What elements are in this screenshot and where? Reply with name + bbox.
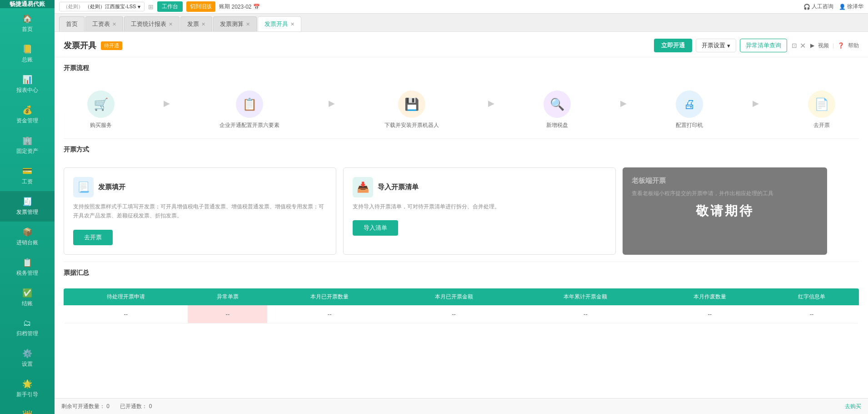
tax-icon: 📋: [22, 257, 32, 268]
bottom-info: 剩余可开通数量： 0 已开通数： 0: [61, 403, 152, 410]
workstation-button[interactable]: 工作台: [157, 1, 183, 12]
tab-invoice-calc-close[interactable]: ✕: [246, 21, 250, 27]
tab-payroll-report[interactable]: 工资统计报表 ✕: [124, 16, 180, 31]
sidebar-reports-label: 报表中心: [16, 86, 38, 94]
tab-invoice-open[interactable]: 发票开具 ✕: [258, 16, 301, 31]
sidebar-item-checkout[interactable]: ✅ 结账: [0, 283, 55, 313]
tab-invoice-open-close[interactable]: ✕: [290, 21, 294, 27]
page-title: 发票开具: [64, 40, 96, 51]
val-abnormal: --: [188, 305, 267, 323]
val-monthly-amount: --: [392, 305, 516, 323]
flow-arrow-3: ▶: [488, 98, 494, 108]
checkout-icon: ✅: [22, 288, 32, 298]
sidebar-item-invoice[interactable]: 🧾 发票管理: [0, 191, 55, 222]
flow-step-4[interactable]: 🔍 新增税盘: [544, 91, 571, 129]
open-settings-button[interactable]: 开票设置 ▾: [696, 39, 736, 52]
sidebar-item-tax[interactable]: 📋 税务管理: [0, 252, 55, 283]
company-selector[interactable]: （处则） （处则）江西服宝-LSS ▾: [59, 2, 145, 11]
settings-icon: ⚙️: [22, 348, 32, 358]
period-selector[interactable]: 账期 2023-02 📅: [219, 3, 259, 10]
topbar-left: （处则） （处则）江西服宝-LSS ▾ ⊞ 工作台 切到旧版 账期 2023-0…: [59, 1, 260, 12]
coming-soon-overlay: 敬请期待: [623, 167, 827, 255]
flow-step-6[interactable]: 📄 去开票: [808, 91, 835, 129]
flow-arrow-1: ▶: [164, 98, 170, 108]
flow-step-4-icon: 🔍: [544, 91, 571, 118]
method-manual-icon: 📃: [73, 177, 94, 197]
tab-payroll-report-close[interactable]: ✕: [169, 21, 173, 27]
sidebar-purchase-label: 进销台账: [16, 239, 38, 247]
flow-step-2[interactable]: 📋 企业开通配置开票六要素: [219, 91, 279, 129]
sidebar-item-archive[interactable]: 🗂 归档管理: [0, 313, 55, 343]
invoice-icon: 🧾: [22, 197, 32, 207]
open-settings-label: 开票设置: [702, 41, 725, 50]
tab-payroll-label: 工资表: [92, 20, 110, 28]
tab-invoice-close[interactable]: ✕: [201, 21, 205, 27]
page-header: 发票开具 待开通 立即开通 开票设置 ▾ 异常清单查询 ⊡ ✕ ▶: [55, 32, 868, 57]
sidebar-item-home[interactable]: 🏠 首页: [0, 8, 55, 39]
close-btn[interactable]: ✕: [800, 41, 806, 50]
view-video-label: 视频: [818, 42, 829, 50]
val-red-note: --: [764, 305, 859, 323]
method-manual-desc: 支持按照发票样式手工填写开发票；可开具增值税电子普通发票、增值税普通发票、增值税…: [73, 202, 327, 221]
coming-soon-text: 敬请期待: [696, 202, 754, 220]
flow-step-1[interactable]: 🛒 购买服务: [87, 91, 115, 129]
open-now-button[interactable]: 立即开通: [654, 39, 692, 52]
assets-icon: 🏢: [22, 136, 32, 146]
summary-table-row: -- -- -- -- -- -- --: [64, 305, 859, 323]
tab-payroll[interactable]: 工资表 ✕: [85, 16, 123, 31]
sidebar-item-purchase[interactable]: 📦 进销台账: [0, 222, 55, 252]
user-avatar[interactable]: 👤 徐泽华: [839, 3, 863, 10]
sidebar-funds-label: 资金管理: [16, 117, 38, 125]
col-yearly-amount: 本年累计开票金额: [516, 288, 655, 305]
sidebar-checkout-label: 结账: [22, 300, 33, 308]
tab-invoice[interactable]: 发票 ✕: [180, 16, 212, 31]
tab-invoice-calc[interactable]: 发票测算 ✕: [213, 16, 257, 31]
buy-link[interactable]: 去购买: [845, 403, 861, 410]
method-manual: 📃 发票填开 支持按照发票样式手工填写开发票；可开具增值税电子普通发票、增值税普…: [64, 167, 336, 255]
abnormal-query-button[interactable]: 异常清单查询: [740, 39, 787, 52]
flow-step-3[interactable]: 💾 下载并安装开票机器人: [384, 91, 439, 129]
content-area: 发票开具 待开通 立即开通 开票设置 ▾ 异常清单查询 ⊡ ✕ ▶: [55, 32, 868, 398]
view-video-icon[interactable]: ▶: [810, 42, 814, 49]
dropdown-arrow-icon: ▾: [727, 42, 730, 49]
tab-payroll-close[interactable]: ✕: [112, 21, 116, 27]
tab-home[interactable]: 首页: [59, 16, 85, 31]
main-area: （处则） （处则）江西服宝-LSS ▾ ⊞ 工作台 切到旧版 账期 2023-0…: [55, 0, 868, 414]
flow-arrow-4: ▶: [620, 98, 627, 108]
sidebar-item-payroll[interactable]: 💳 工资: [0, 161, 55, 191]
sidebar-item-assets[interactable]: 🏢 固定资产: [0, 130, 55, 161]
sidebar-item-reports[interactable]: 📊 报表中心: [0, 69, 55, 100]
tab-invoice-open-label: 发票开具: [264, 20, 288, 28]
method-import-header: 📥 导入开票清单: [353, 177, 606, 197]
sidebar-item-ledger[interactable]: 📒 总账: [0, 39, 55, 69]
page-actions: 立即开通 开票设置 ▾ 异常清单查询: [654, 39, 787, 52]
flow-step-2-label: 企业开通配置开票六要素: [219, 121, 279, 129]
bottom-bar: 剩余可开通数量： 0 已开通数： 0 去购买: [55, 398, 868, 414]
separator1: |: [833, 42, 834, 49]
restore-btn[interactable]: ⊡: [792, 42, 797, 49]
reports-icon: 📊: [22, 75, 32, 85]
import-list-button[interactable]: 导入清单: [353, 220, 398, 236]
topbar-right: 🎧 人工咨询 👤 徐泽华: [803, 3, 863, 10]
sidebar-item-funds[interactable]: 💰 资金管理: [0, 100, 55, 130]
flow-step-1-icon: 🛒: [87, 91, 115, 118]
flow-step-6-icon: 📄: [808, 91, 835, 118]
sidebar-home-label: 首页: [22, 25, 33, 33]
summary-section: 票据汇总 待处理开票申请 异常单票 本月已开票数量 本月已开票金额 本年累计开票…: [55, 262, 868, 333]
period-edit-icon[interactable]: 📅: [253, 4, 260, 10]
help-icon[interactable]: ❓: [838, 42, 844, 49]
sidebar-archive-label: 归档管理: [16, 330, 38, 338]
switch-old-button[interactable]: 切到旧版: [186, 1, 215, 12]
sidebar-ledger-label: 总账: [22, 56, 33, 64]
manual-open-button[interactable]: 去开票: [73, 230, 113, 245]
flow-step-5[interactable]: 🖨 配置打印机: [676, 91, 703, 129]
sidebar-item-guide[interactable]: 🌟 新手引导: [0, 374, 55, 404]
sidebar-item-settings[interactable]: ⚙️ 设置: [0, 343, 55, 374]
page-tools: ⊡ ✕: [792, 41, 806, 50]
sidebar-item-vip[interactable]: 👑 畅会员: [0, 404, 55, 414]
sidebar-tax-label: 税务管理: [16, 269, 38, 277]
copy-icon[interactable]: ⊞: [148, 3, 154, 10]
flow-step-3-icon: 💾: [398, 91, 425, 118]
support-link[interactable]: 🎧 人工咨询: [803, 3, 833, 10]
method-import-desc: 支持导入待开票清单，可对待开票清单进行拆分、合并处理。: [353, 202, 606, 211]
